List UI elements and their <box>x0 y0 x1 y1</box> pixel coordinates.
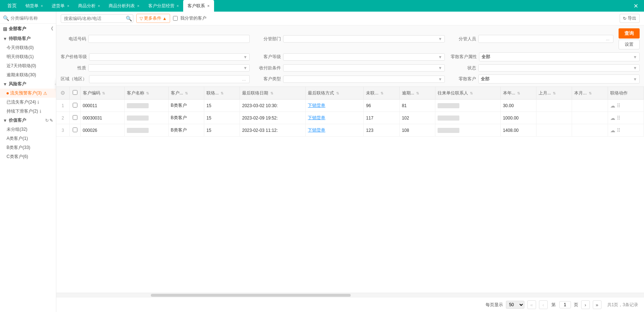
tab-customer-contact[interactable]: 客户联系 × <box>183 0 214 12</box>
tab-close-icon[interactable]: × <box>41 4 43 8</box>
sort-icon[interactable]: ⇅ <box>146 91 149 95</box>
sidebar-item-today[interactable]: 今天待联络(0) <box>0 43 56 52</box>
sort-icon[interactable]: ⇅ <box>517 91 520 95</box>
row-contact: 15 <box>204 124 240 137</box>
sort-icon[interactable]: ⇅ <box>470 91 473 95</box>
tab-customer-tier[interactable]: 客户分层经营 × <box>144 0 183 12</box>
price-grade-select[interactable]: ▼ <box>89 53 250 61</box>
collapse-icon[interactable]: 《 <box>49 26 53 32</box>
export-button[interactable]: ↻ 导出 <box>620 14 640 23</box>
sidebar-group-value[interactable]: ▼ 价值客户 ↻ ✎ <box>0 116 56 125</box>
sidebar-item-ungroup[interactable]: 未分组(32) <box>0 125 56 134</box>
query-button[interactable]: 查询 <box>619 28 640 39</box>
tab-purchase-order[interactable]: 进货单 × <box>47 0 73 12</box>
sort-icon[interactable]: ⇅ <box>416 91 419 95</box>
sidebar-item-overdue[interactable]: 逾期未联络(30) <box>0 70 56 80</box>
grid-icon: ⊞ <box>3 26 7 32</box>
search-input[interactable] <box>61 14 133 23</box>
zero-attr-select[interactable]: 全部 ▼ <box>479 52 640 61</box>
filter-row-price-grade: 客户价格等级 ▼ <box>61 52 250 61</box>
prev-page-button[interactable]: ‹ <box>539 300 548 309</box>
search-icon: 🔍 <box>3 15 9 21</box>
dots-icon[interactable]: ... <box>241 77 247 82</box>
row-actions: ☁ ⠿ <box>608 112 644 124</box>
more-action-icon[interactable]: ⠿ <box>617 115 620 121</box>
select-all-checkbox[interactable] <box>73 90 77 95</box>
tab-close-icon[interactable]: × <box>207 4 209 8</box>
th-contact: 联络... ⇅ <box>204 87 240 100</box>
settings-button[interactable]: 设置 <box>619 40 640 49</box>
sidebar-item-declining[interactable]: 持续下滑客户(2) ℹ <box>0 107 56 116</box>
tab-close-icon[interactable]: × <box>67 4 69 8</box>
row-checkbox[interactable] <box>73 103 77 108</box>
last-page-button[interactable]: » <box>593 300 601 309</box>
sort-icon[interactable]: ⇅ <box>589 91 592 95</box>
my-customers-checkbox[interactable] <box>173 16 178 21</box>
tab-product-analysis[interactable]: 商品分析 × <box>74 0 104 12</box>
zero-cust-select[interactable]: 全部 ▼ <box>478 74 640 84</box>
more-action-icon[interactable]: ⠿ <box>617 127 620 133</box>
more-action-icon[interactable]: ⠿ <box>617 103 620 109</box>
status-select[interactable]: ▼ <box>478 64 640 72</box>
dept-select[interactable]: ▼ <box>283 35 444 42</box>
sidebar-item-a-class[interactable]: A类客户(1) <box>0 134 56 143</box>
row-checkbox[interactable] <box>73 115 77 120</box>
sort-icon[interactable]: ⇅ <box>185 91 188 95</box>
more-conditions-button[interactable]: ▽ 更多条件 ▲ <box>136 14 170 23</box>
sidebar-item-c-class[interactable]: C类客户(6) <box>0 152 56 161</box>
chevron-down-icon: ▼ <box>633 77 637 81</box>
column-settings-icon[interactable]: ⚙ <box>60 90 65 96</box>
my-customers-checkbox-label[interactable]: 我分管的客户 <box>173 15 206 21</box>
tab-home[interactable]: 首页 <box>3 3 21 9</box>
tab-close-icon[interactable]: × <box>177 4 179 8</box>
row-checkbox[interactable] <box>73 127 77 132</box>
dept-label: 分管部门 <box>255 36 281 42</box>
sort-icon[interactable]: ⇅ <box>381 91 383 95</box>
sidebar-search-input[interactable] <box>11 16 53 21</box>
sidebar-item-7days[interactable]: 近7天待联络(0) <box>0 61 56 70</box>
first-page-button[interactable]: « <box>527 300 536 309</box>
filter-row-phone: 电话号码 <box>61 28 250 49</box>
payment-select[interactable]: ▼ <box>283 64 444 72</box>
row-last-month <box>536 112 572 124</box>
page-number-input[interactable] <box>559 301 571 308</box>
sort-icon[interactable]: ⇅ <box>221 91 224 95</box>
scrollbar-thumb[interactable] <box>151 294 351 297</box>
search-button-icon[interactable]: 🔍 <box>126 16 132 21</box>
sidebar-item-b-class[interactable]: B类客户(33) <box>0 143 56 152</box>
phone-input[interactable] <box>88 35 250 43</box>
edit-icon[interactable]: ✎ <box>49 118 53 123</box>
horizontal-scrollbar[interactable] <box>56 293 644 297</box>
cust-type-select[interactable]: ▼ <box>283 76 444 83</box>
next-page-button[interactable]: › <box>581 300 590 309</box>
sidebar-all-customers[interactable]: ⊞ 全部客户 《 <box>0 24 56 34</box>
dots-icon[interactable]: ... <box>604 36 611 41</box>
sidebar-group-pending[interactable]: ▼ 待联络客户 <box>0 34 56 43</box>
nature-select[interactable]: ▼ <box>88 64 250 72</box>
sort-icon[interactable]: ⇅ <box>102 91 105 95</box>
sidebar-group-churn[interactable]: ▼ 风险客户 <box>0 80 56 89</box>
person-select[interactable]: ... <box>478 35 613 43</box>
contact-action-icon[interactable]: ☁ <box>610 115 615 121</box>
window-close-icon[interactable]: ✕ <box>631 3 641 9</box>
filter-row-status: 状态 ▼ <box>451 64 640 72</box>
region-select[interactable]: ... <box>89 75 250 83</box>
sort-icon[interactable]: ⇅ <box>270 91 273 95</box>
tab-close-icon[interactable]: × <box>98 4 100 8</box>
tab-sales-order[interactable]: 销货单 × <box>21 0 47 12</box>
zero-cust-label: 零散客户 <box>451 76 476 82</box>
per-page-select[interactable]: 50 20 100 <box>506 301 524 309</box>
tab-product-list[interactable]: 商品分析列表 × <box>104 0 144 12</box>
sidebar-item-churn-warning[interactable]: 流失预警客户(3) ⚠ <box>0 89 56 98</box>
refresh-icon[interactable]: ↻ <box>45 118 49 123</box>
sort-icon[interactable]: ⇅ <box>336 91 339 95</box>
tab-close-icon[interactable]: × <box>137 4 139 8</box>
row-code: 00030031 <box>80 112 124 124</box>
sidebar-item-already-lost[interactable]: 已流失客户(24) ℹ <box>0 98 56 107</box>
cust-grade-select[interactable]: ▼ <box>283 53 444 61</box>
contact-action-icon[interactable]: ☁ <box>610 103 615 109</box>
contact-action-icon[interactable]: ☁ <box>610 127 615 133</box>
info-icon: ℹ <box>37 100 39 105</box>
sort-icon[interactable]: ⇅ <box>553 91 556 95</box>
sidebar-item-tomorrow[interactable]: 明天待联络(1) <box>0 52 56 61</box>
